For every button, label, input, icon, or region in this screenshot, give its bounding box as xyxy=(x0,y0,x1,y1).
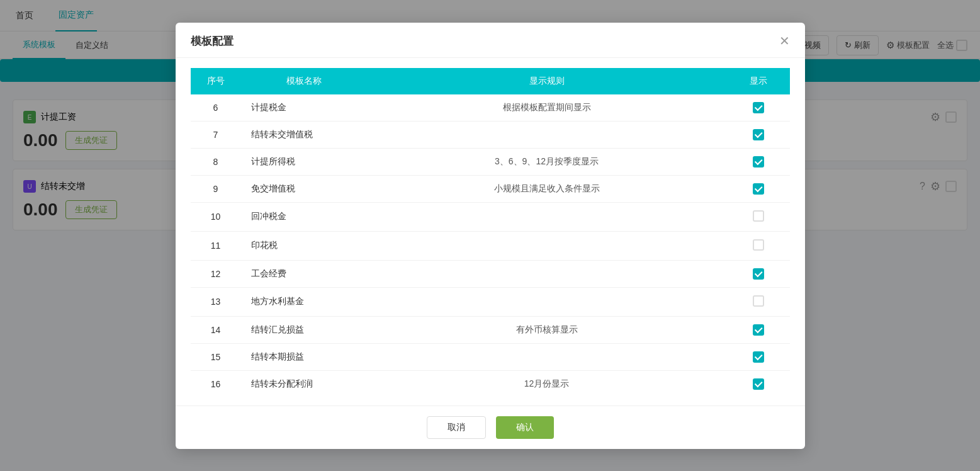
checkbox-row-4[interactable] xyxy=(753,210,764,222)
modal-title: 模板配置 xyxy=(191,34,234,48)
col-header-display: 显示 xyxy=(727,68,790,94)
cell-display xyxy=(727,202,790,231)
table-row: 12工会经费 xyxy=(191,260,790,287)
table-row: 7结转未交增值税 xyxy=(191,121,790,148)
checkbox-row-7[interactable] xyxy=(753,295,764,307)
checkbox-row-6[interactable] xyxy=(753,268,764,280)
col-header-rule: 显示规则 xyxy=(367,68,727,94)
table-row: 8计提所得税3、6、9、12月按季度显示 xyxy=(191,148,790,175)
modal-body: 序号 模板名称 显示规则 显示 6计提税金根据模板配置期间显示7结转未交增值税8… xyxy=(176,58,805,406)
modal-close-button[interactable]: ✕ xyxy=(779,35,790,47)
table-row: 9免交增值税小规模且满足收入条件显示 xyxy=(191,175,790,202)
cell-name: 回冲税金 xyxy=(241,202,367,231)
cell-display xyxy=(727,343,790,370)
checkbox-row-2[interactable] xyxy=(753,156,764,167)
cell-seq: 6 xyxy=(191,94,241,122)
table-row: 16结转未分配利润12月份显示 xyxy=(191,370,790,395)
cell-rule: 根据模板配置期间显示 xyxy=(367,94,727,122)
cell-seq: 12 xyxy=(191,260,241,287)
checkbox-row-8[interactable] xyxy=(753,324,764,336)
col-header-seq: 序号 xyxy=(191,68,241,94)
checkbox-row-0[interactable] xyxy=(753,102,764,113)
cell-seq: 16 xyxy=(191,370,241,395)
table-row: 11印花税 xyxy=(191,231,790,260)
confirm-button[interactable]: 确认 xyxy=(496,416,554,439)
cell-display xyxy=(727,370,790,395)
cell-name: 结转未分配利润 xyxy=(241,370,367,395)
cancel-button[interactable]: 取消 xyxy=(427,416,486,439)
cell-display xyxy=(727,94,790,122)
cell-rule xyxy=(367,202,727,231)
checkbox-row-5[interactable] xyxy=(753,239,764,251)
cell-seq: 10 xyxy=(191,202,241,231)
cell-name: 结转未交增值税 xyxy=(241,121,367,148)
cell-rule: 有外币核算显示 xyxy=(367,316,727,343)
cell-name: 计提所得税 xyxy=(241,148,367,175)
template-config-modal: 模板配置 ✕ 序号 模板名称 显示规则 显示 6计提税金根据模板配置期间显示7结… xyxy=(176,23,805,449)
cell-seq: 7 xyxy=(191,121,241,148)
cell-display xyxy=(727,148,790,175)
cell-rule xyxy=(367,231,727,260)
cell-rule xyxy=(367,343,727,370)
cell-display xyxy=(727,316,790,343)
checkbox-row-9[interactable] xyxy=(753,351,764,363)
cell-rule xyxy=(367,121,727,148)
cell-rule: 12月份显示 xyxy=(367,370,727,395)
table-row: 6计提税金根据模板配置期间显示 xyxy=(191,94,790,122)
cell-rule: 小规模且满足收入条件显示 xyxy=(367,175,727,202)
cell-seq: 13 xyxy=(191,287,241,316)
col-header-name: 模板名称 xyxy=(241,68,367,94)
table-header-row: 序号 模板名称 显示规则 显示 xyxy=(191,68,790,94)
cell-display xyxy=(727,175,790,202)
cell-seq: 14 xyxy=(191,316,241,343)
table-wrapper[interactable]: 序号 模板名称 显示规则 显示 6计提税金根据模板配置期间显示7结转未交增值税8… xyxy=(191,68,790,395)
checkbox-row-10[interactable] xyxy=(753,378,764,390)
cell-name: 工会经费 xyxy=(241,260,367,287)
cell-name: 计提税金 xyxy=(241,94,367,122)
cell-name: 结转汇兑损益 xyxy=(241,316,367,343)
cell-rule: 3、6、9、12月按季度显示 xyxy=(367,148,727,175)
cell-name: 免交增值税 xyxy=(241,175,367,202)
cell-display xyxy=(727,231,790,260)
table-row: 13地方水利基金 xyxy=(191,287,790,316)
modal-header: 模板配置 ✕ xyxy=(176,23,805,58)
cell-seq: 15 xyxy=(191,343,241,370)
table-row: 14结转汇兑损益有外币核算显示 xyxy=(191,316,790,343)
modal-footer: 取消 确认 xyxy=(176,406,805,449)
modal-overlay: 模板配置 ✕ 序号 模板名称 显示规则 显示 6计提税金根据模板配置期间显示7结… xyxy=(0,0,980,471)
cell-seq: 11 xyxy=(191,231,241,260)
checkbox-row-3[interactable] xyxy=(753,183,764,195)
cell-name: 地方水利基金 xyxy=(241,287,367,316)
cell-seq: 9 xyxy=(191,175,241,202)
table-row: 15结转本期损益 xyxy=(191,343,790,370)
config-table: 序号 模板名称 显示规则 显示 6计提税金根据模板配置期间显示7结转未交增值税8… xyxy=(191,68,790,395)
cell-display xyxy=(727,287,790,316)
cell-rule xyxy=(367,287,727,316)
cell-name: 印花税 xyxy=(241,231,367,260)
checkbox-row-1[interactable] xyxy=(753,129,764,140)
cell-seq: 8 xyxy=(191,148,241,175)
cell-display xyxy=(727,260,790,287)
cell-rule xyxy=(367,260,727,287)
cell-name: 结转本期损益 xyxy=(241,343,367,370)
table-row: 10回冲税金 xyxy=(191,202,790,231)
cell-display xyxy=(727,121,790,148)
